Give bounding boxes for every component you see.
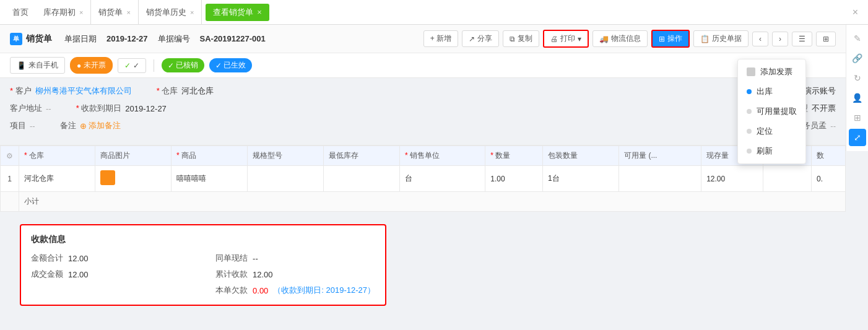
operations-button[interactable]: ⊞ 操作 (651, 30, 690, 48)
tab-inventory-init[interactable]: 库存期初 × (36, 0, 91, 24)
address-value: -- (46, 104, 51, 113)
from-phone-button[interactable]: 📱 来自手机 (10, 57, 65, 74)
tab-sales-order-label: 销货单 (98, 7, 123, 18)
dropdown-refresh[interactable]: 刷新 (738, 141, 805, 161)
note-field: 备注 ⊕ 添加备注 (60, 120, 121, 131)
tab-check-sales[interactable]: 查看销货单 × (206, 4, 269, 21)
print-icon: 🖨 (550, 35, 558, 43)
product-col-header: 商品 (171, 146, 248, 166)
logistics-button[interactable]: 🚚 物流信息 (592, 30, 648, 47)
nav-next-button[interactable]: › (772, 32, 788, 46)
sidebar-user-icon[interactable]: 👤 (849, 89, 866, 106)
product-image-icon (100, 170, 115, 185)
form-section: 客户 柳州粤港平安气体有限公司 仓库 河北仓库 业务员 演示账号 客户地址 -- (0, 78, 846, 145)
tab-inventory-init-close[interactable]: × (79, 9, 83, 16)
table-wrap: ⚙ 仓库 商品图片 商品 规格型号 最低库存 销售单位 数量 包装数量 可用量 … (0, 145, 846, 212)
tab-check-sales-close[interactable]: × (257, 7, 262, 17)
due-date-value: 2019-12-27 (125, 104, 167, 113)
dropdown-locate[interactable]: 定位 (738, 121, 805, 141)
payment-wrapper: 收款信息 金额合计 12.00 同单现结 -- 成交金额 12.00 (0, 212, 846, 318)
sidebar-grid-icon[interactable]: ⊞ (849, 109, 866, 126)
nav-prev-button[interactable]: ‹ (752, 32, 768, 46)
tab-sales-history-label: 销货单历史 (146, 7, 186, 18)
doc-actions: + 新增 ↗ 分享 ⧉ 复制 🖨 打印 ▾ 🚚 物流信息 (423, 30, 836, 48)
customer-value[interactable]: 柳州粤港平安气体有限公司 (35, 85, 132, 97)
payment-title: 收款信息 (31, 234, 375, 245)
empty-cell (31, 285, 191, 296)
total-amount-label: 金额合计 (31, 253, 63, 264)
row-amount-1: 0. (812, 166, 846, 192)
add-note-button[interactable]: ⊕ 添加备注 (80, 120, 121, 131)
share-button[interactable]: ↗ 分享 (462, 30, 499, 47)
tab-sales-order-close[interactable]: × (126, 9, 130, 16)
outbound-dot-icon (747, 89, 752, 94)
already-voided-badge: ✓ 已核销 (162, 58, 204, 72)
operations-label: 操作 (667, 33, 682, 44)
print-dropdown-arrow: ▾ (578, 35, 581, 43)
not-opened-label: 未开票 (84, 60, 106, 71)
address-field: 客户地址 -- (10, 103, 51, 114)
pack-qty-col-header: 包装数量 (543, 146, 619, 166)
amount-col-header: 数 (812, 146, 846, 166)
total-amount-value: 12.00 (68, 254, 89, 263)
not-opened-button[interactable]: ● 未开票 (70, 57, 113, 74)
row-sales-unit-1: 台 (400, 166, 485, 192)
operations-icon: ⊞ (659, 35, 665, 43)
project-field: 项目 -- (10, 120, 35, 131)
transaction-amount-label: 成交金额 (31, 269, 63, 280)
effective-check-icon: ✓ (215, 61, 222, 70)
add-invoice-icon (747, 67, 755, 76)
doc-number-value: SA-20191227-001 (200, 34, 266, 43)
sidebar-edit-icon[interactable]: ✎ (849, 30, 866, 47)
share-icon: ↗ (469, 35, 475, 43)
dropdown-outbound[interactable]: 出库 (738, 82, 805, 102)
outstanding-value: 0.00 (253, 286, 268, 295)
payment-section: 收款信息 金额合计 12.00 同单现结 -- 成交金额 12.00 (20, 224, 386, 306)
same-order-row: 同单现结 -- (215, 253, 375, 264)
cumulative-row: 累计收款 12.00 (215, 269, 375, 280)
copy-label: 复制 (518, 33, 532, 44)
sidebar-refresh-icon[interactable]: ↻ (849, 69, 866, 87)
home-label: 首页 (12, 7, 28, 18)
form-row-3: 项目 -- 备注 ⊕ 添加备注 业务员孟 -- (10, 120, 836, 131)
toolbar-row: 📱 来自手机 ● 未开票 ✓ ✓ ✓ 已核销 ✓ 已生效 (0, 53, 846, 78)
available-qty-label: 可用量提取 (757, 106, 797, 117)
tab-home[interactable]: 首页 (5, 0, 36, 24)
history-button[interactable]: 📋 历史单据 (693, 30, 749, 47)
payment-grid: 金额合计 12.00 同单现结 -- 成交金额 12.00 累计收款 12.00 (31, 253, 375, 296)
window-close-button[interactable]: × (848, 7, 863, 18)
new-button[interactable]: + 新增 (423, 30, 458, 47)
due-date-field: 收款到期日 2019-12-27 (76, 103, 167, 114)
check-button[interactable]: ✓ ✓ (118, 58, 146, 73)
toolbar-separator (154, 59, 154, 72)
share-label: 分享 (477, 33, 492, 44)
subtotal-label: 小计 (19, 192, 846, 212)
subtotal-settings (1, 192, 19, 212)
sidebar-link-icon[interactable]: 🔗 (849, 50, 866, 67)
cumulative-value: 12.00 (253, 270, 273, 279)
spec-col-header: 规格型号 (248, 146, 324, 166)
row-pack-qty-1: 1台 (543, 166, 619, 192)
copy-button[interactable]: ⧉ 复制 (503, 30, 539, 47)
doc-meta: 单据日期 2019-12-27 单据编号 SA-20191227-001 (64, 33, 266, 45)
transaction-amount-row: 成交金额 12.00 (31, 269, 191, 280)
same-order-value: -- (253, 254, 258, 263)
table-header-row: ⚙ 仓库 商品图片 商品 规格型号 最低库存 销售单位 数量 包装数量 可用量 … (1, 146, 846, 166)
settings-col-header[interactable]: ⚙ (1, 146, 19, 166)
dropdown-available-qty[interactable]: 可用量提取 (738, 102, 805, 121)
address-label: 客户地址 (10, 103, 42, 114)
tab-sales-history-close[interactable]: × (190, 9, 194, 16)
note-label: 备注 (60, 120, 76, 131)
subtotal-row: 小计 (1, 192, 846, 212)
copy-icon: ⧉ (510, 35, 515, 43)
view-grid-button[interactable]: ⊞ (816, 32, 836, 46)
view-list-button[interactable]: ☰ (792, 32, 812, 46)
tab-sales-order[interactable]: 销货单 × (91, 0, 138, 24)
print-button[interactable]: 🖨 打印 ▾ (543, 30, 589, 48)
sidebar-expand-icon[interactable]: ⤢ (849, 129, 866, 146)
history-icon: 📋 (700, 35, 710, 43)
add-invoice-label: 添加发票 (760, 66, 792, 77)
tab-sales-history[interactable]: 销货单历史 × (139, 0, 202, 24)
total-amount-row: 金额合计 12.00 (31, 253, 191, 264)
dropdown-add-invoice[interactable]: 添加发票 (738, 62, 805, 82)
